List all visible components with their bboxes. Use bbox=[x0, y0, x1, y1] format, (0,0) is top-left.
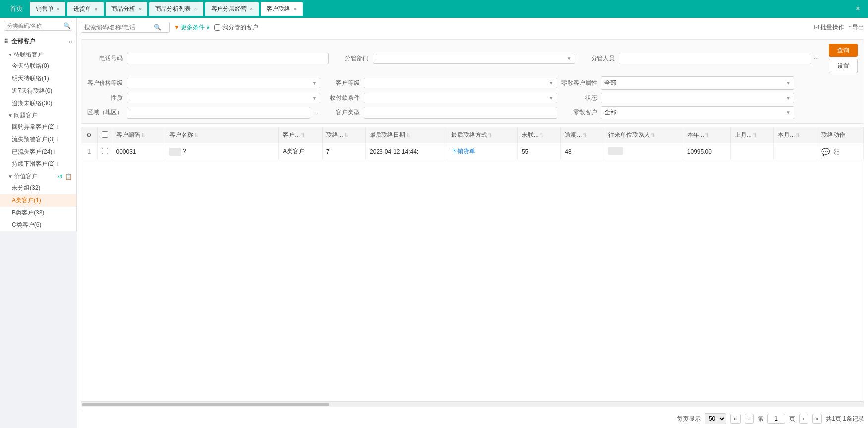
th-last-month[interactable]: 上月...⇅ bbox=[730, 127, 773, 143]
nav-tab-purchase-close[interactable]: × bbox=[94, 6, 97, 12]
th-contact-person[interactable]: 往来单位联系人⇅ bbox=[604, 127, 683, 143]
action-link-icon[interactable]: ⛓ bbox=[833, 148, 840, 156]
filter-row-1: 电话号码 分管部门 ▼ 分管人员 ··· bbox=[87, 44, 858, 73]
unlinked-sort-icon: ⇅ bbox=[540, 132, 543, 138]
status-select[interactable]: ▼ bbox=[601, 93, 794, 103]
dept-select[interactable]: ▼ bbox=[373, 54, 575, 64]
nav-tab-customer-tier-close[interactable]: × bbox=[250, 6, 253, 12]
sidebar-item-class-b[interactable]: B类客户(33) bbox=[0, 207, 76, 219]
export-btn[interactable]: ↑ 导出 bbox=[848, 23, 864, 32]
select-all-checkbox[interactable] bbox=[102, 131, 108, 138]
person-input[interactable] bbox=[619, 53, 811, 64]
filter-search-input[interactable] bbox=[84, 24, 154, 31]
nav-tab-customer-contact-label: 客户联络 bbox=[267, 5, 290, 13]
next-page-btn[interactable]: › bbox=[799, 414, 808, 424]
customer-level-select[interactable]: ▼ bbox=[364, 78, 557, 88]
sidebar-item-ungrouped[interactable]: 未分组(32) bbox=[0, 182, 76, 194]
nav-home[interactable]: 首页 bbox=[4, 0, 29, 18]
sidebar-all-customers[interactable]: ⠿ 全部客户 « bbox=[0, 34, 76, 49]
nature-select[interactable]: ▼ bbox=[127, 93, 320, 103]
sidebar-search-input[interactable] bbox=[4, 21, 72, 31]
batch-op-btn[interactable]: ☑ 批量操作 bbox=[814, 23, 844, 32]
action-message-icon[interactable]: 💬 bbox=[821, 148, 830, 156]
sidebar-section-problem[interactable]: ▼ 问题客户 bbox=[0, 109, 76, 121]
per-page-select[interactable]: 50 bbox=[705, 413, 726, 424]
nav-tab-customer-contact[interactable]: 客户联络 × bbox=[261, 2, 302, 16]
add-icon[interactable]: 📋 bbox=[65, 173, 72, 180]
search-btn[interactable]: 查询 bbox=[829, 44, 858, 57]
filter-phone-field: 电话号码 bbox=[87, 44, 329, 73]
class-a-label: A类客户(1) bbox=[12, 196, 41, 205]
retail-select[interactable]: 全部 ▼ bbox=[601, 106, 794, 119]
dots-icon: ⠿ bbox=[4, 38, 8, 45]
last-date-sort-icon: ⇅ bbox=[406, 132, 410, 138]
sidebar-item-abnormal[interactable]: 回购异常客户(2) ℹ bbox=[0, 121, 76, 133]
person-dots[interactable]: ··· bbox=[812, 55, 821, 62]
page-suffix: 页 bbox=[789, 415, 795, 423]
sidebar-item-class-a[interactable]: A类客户(1) bbox=[0, 194, 76, 207]
page-input[interactable] bbox=[767, 414, 785, 424]
sidebar-section-pending[interactable]: ▼ 待联络客户 bbox=[0, 49, 76, 60]
nav-tab-analysis-list-close[interactable]: × bbox=[194, 6, 197, 12]
th-last-method[interactable]: 最后联络方式⇅ bbox=[447, 127, 518, 143]
payment-select[interactable]: ▼ bbox=[364, 93, 557, 103]
price-level-select[interactable]: ▼ bbox=[127, 78, 320, 88]
nav-tab-customer-contact-close[interactable]: × bbox=[293, 6, 296, 12]
my-customers-checkbox[interactable] bbox=[214, 24, 220, 31]
nav-tab-analysis-close[interactable]: × bbox=[138, 6, 141, 12]
table-container: ⚙ 客户编码⇅ 客户名称⇅ 客户...⇅ 联络...⇅ 最后联络日期⇅ 最后联络… bbox=[81, 127, 864, 402]
sidebar-item-lost[interactable]: 已流失客户(24) ℹ bbox=[0, 146, 76, 158]
nav-tab-analysis-list[interactable]: 商品分析列表 × bbox=[149, 2, 203, 16]
name-sort-icon: ⇅ bbox=[194, 132, 198, 138]
prev-page-btn[interactable]: ‹ bbox=[745, 414, 754, 424]
scroll-thumb[interactable] bbox=[82, 403, 329, 406]
sidebar-search-icon: 🔍 bbox=[63, 22, 71, 29]
customer-type-input[interactable] bbox=[364, 107, 557, 119]
phone-input[interactable] bbox=[127, 53, 329, 64]
nav-tab-purchase[interactable]: 进货单 × bbox=[67, 2, 103, 16]
sidebar-item-warning[interactable]: 流失预警客户(3) ℹ bbox=[0, 133, 76, 146]
th-name[interactable]: 客户名称⇅ bbox=[165, 127, 278, 143]
retail-attr-select[interactable]: 全部 ▼ bbox=[601, 76, 794, 90]
nav-tab-customer-tier[interactable]: 客户分层经营 × bbox=[205, 2, 259, 16]
th-last-date[interactable]: 最后联络日期⇅ bbox=[366, 127, 447, 143]
sidebar-item-today[interactable]: 今天待联络(0) bbox=[0, 60, 76, 72]
row-actions-cell: 💬 ⛓ bbox=[817, 143, 863, 160]
region-input[interactable] bbox=[127, 107, 310, 119]
sidebar-item-tomorrow[interactable]: 明天待联络(1) bbox=[0, 72, 76, 85]
nav-tab-analysis[interactable]: 商品分析 × bbox=[106, 2, 147, 16]
settings-btn[interactable]: 设置 bbox=[829, 59, 858, 73]
filter-search-icon[interactable]: 🔍 bbox=[154, 24, 161, 31]
sidebar-item-class-c[interactable]: C类客户(6) bbox=[0, 219, 76, 231]
last-page-btn[interactable]: » bbox=[812, 414, 822, 424]
retail-label: 零散客户 bbox=[561, 108, 601, 117]
filter-more-btn[interactable]: ▼ 更多条件 ∨ bbox=[174, 23, 210, 32]
th-gear[interactable]: ⚙ bbox=[81, 127, 97, 143]
row-checkbox[interactable] bbox=[102, 148, 108, 154]
content-area: 🔍 ▼ 更多条件 ∨ 我分管的客户 ☑ 批量操作 ↑ 导出 bbox=[77, 18, 868, 428]
region-label: 区域（地区） bbox=[87, 108, 127, 117]
th-checkbox[interactable] bbox=[97, 127, 112, 143]
filter-search-box: 🔍 bbox=[81, 22, 170, 33]
sidebar-item-declining[interactable]: 持续下滑客户(2) ℹ bbox=[0, 158, 76, 170]
sidebar-section-value[interactable]: ▼ 价值客户 ↺ 📋 bbox=[0, 170, 76, 182]
th-level[interactable]: 客户...⇅ bbox=[279, 127, 322, 143]
sidebar-item-week[interactable]: 近7天待联络(0) bbox=[0, 85, 76, 97]
region-dots[interactable]: ··· bbox=[311, 109, 320, 116]
first-page-btn[interactable]: « bbox=[730, 414, 741, 424]
sidebar-item-overdue[interactable]: 逾期未联络(30) bbox=[0, 97, 76, 109]
retail-attr-arrow: ▼ bbox=[786, 80, 791, 86]
th-unlinked[interactable]: 未联...⇅ bbox=[517, 127, 560, 143]
th-this-year[interactable]: 本年...⇅ bbox=[683, 127, 730, 143]
row-last-method[interactable]: 下销货单 bbox=[447, 143, 518, 160]
th-code[interactable]: 客户编码⇅ bbox=[112, 127, 165, 143]
th-this-month[interactable]: 本月...⇅ bbox=[774, 127, 817, 143]
th-contact-count[interactable]: 联络...⇅ bbox=[322, 127, 365, 143]
last-method-link[interactable]: 下销货单 bbox=[451, 148, 475, 155]
close-all-tabs[interactable]: × bbox=[852, 4, 864, 13]
th-overdue[interactable]: 逾期...⇅ bbox=[561, 127, 604, 143]
nav-tab-sales[interactable]: 销售单 × bbox=[30, 2, 65, 16]
nav-tab-sales-close[interactable]: × bbox=[56, 6, 59, 12]
refresh-icon[interactable]: ↺ bbox=[58, 173, 63, 180]
row-name-text: ? bbox=[183, 148, 186, 155]
